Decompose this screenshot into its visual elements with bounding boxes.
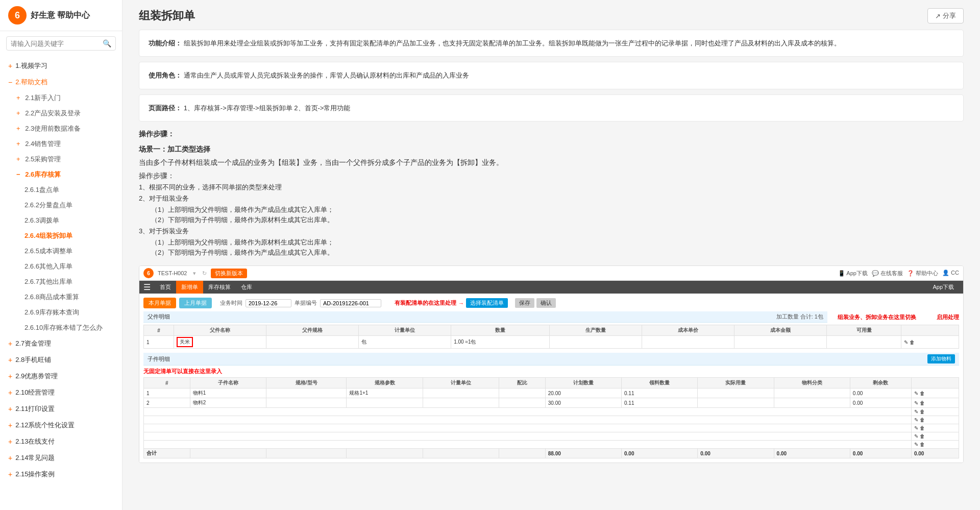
share-button[interactable]: ↗ 分享: [927, 8, 964, 23]
table-row: 1 关米 包 1.00 ≈1包 ✎ 🗑: [144, 336, 959, 349]
plus-icon: +: [8, 405, 12, 413]
th-qty: 数量: [451, 325, 550, 336]
collapse-icon: −: [8, 78, 12, 86]
expand-icon: +: [8, 62, 12, 70]
sim-nav-warehouse[interactable]: 仓库: [236, 281, 257, 294]
intro-label: 功能介绍：: [149, 39, 182, 47]
table-row: 1 物料1 规格1+1 20.00 0.11 0.00: [144, 388, 959, 398]
sidebar-item-video[interactable]: + 1.视频学习: [0, 58, 122, 74]
sim-tab-current[interactable]: 本月单据: [143, 298, 176, 308]
annotation2-block: 组装业务、拆卸业务在这里切换: [838, 313, 916, 321]
search-icon[interactable]: 🔍: [103, 39, 111, 47]
annotation3-block: 启用处理: [937, 313, 959, 321]
sidebar-item-sales[interactable]: + 2.4销售管理: [0, 136, 122, 152]
th-b-specparam: 规格参数: [347, 378, 423, 388]
nav-section: + 1.视频学习 − 2.帮助文档 + 2.1新手入门 + 2.2产品安装及登录…: [0, 56, 122, 484]
content-area: 功能介绍： 组装拆卸单用来处理企业组装或拆卸等加工业务，支持有固定装配清单的产品…: [122, 30, 980, 510]
td-cost-amt: [734, 336, 827, 349]
sim-tab-last[interactable]: 上月单据: [179, 298, 212, 308]
plus-icon: +: [8, 339, 12, 348]
th-parent-spec: 父件规格: [266, 325, 358, 336]
plus-icon: +: [16, 109, 20, 117]
sidebar-item-stocktake[interactable]: 2.6.1盘点单: [0, 182, 122, 198]
sim-top-bar: 6 TEST-H002 ▾ ↻ 切换新版本 📱 App下载 💬 在线客服 ❓ 帮…: [139, 266, 963, 281]
parent-name-box: 关米: [177, 337, 193, 347]
sidebar-item-outother[interactable]: 2.6.7其他出库单: [0, 274, 122, 289]
plus-icon: +: [8, 438, 12, 446]
td-parent-name: 关米: [174, 336, 266, 349]
section-bottom-label: 子件明细: [148, 355, 170, 363]
sidebar-item-inother[interactable]: 2.6.6其他入库单: [0, 259, 122, 274]
plus-icon: +: [16, 140, 20, 148]
sidebar-item-cases[interactable]: + 2.15操作案例: [0, 466, 122, 482]
sim-dropdown-icon: ▾: [193, 270, 196, 277]
sidebar-item-operation[interactable]: + 2.10经营管理: [0, 384, 122, 401]
role-text: 通常由生产人员或库管人员完成拆装业务的操作，库管人员确认原材料的出库和产成品的入…: [184, 71, 469, 79]
td-qty: 1.00 ≈1包: [451, 336, 550, 349]
sidebar-item-newcomer[interactable]: + 2.1新手入门: [0, 90, 122, 106]
quantity-label: 加工数量 合计: 1包: [776, 313, 823, 321]
search-box[interactable]: 🔍: [6, 36, 116, 51]
td-prod-qty: [550, 336, 642, 349]
sim-date-input[interactable]: [246, 299, 291, 307]
sim-nav-home[interactable]: 首页: [155, 281, 176, 294]
sim-table-top: # 父件名称 父件规格 计量单位 数量 生产数量 成本单价 成本金额 可用量: [143, 325, 959, 349]
td-op: ✎ 🗑: [901, 336, 959, 349]
annotation4-text: 无固定清单可以直接在这里录入: [143, 368, 959, 375]
sim-section-bottom: 子件明细 添加物料: [143, 353, 959, 366]
table-row: ✎ 🗑: [144, 408, 959, 416]
plus-icon: +: [16, 94, 20, 102]
th-b-remain: 剩余数: [850, 378, 911, 388]
sim-billno-input[interactable]: [320, 299, 381, 307]
th-parent-name: 父件名称: [174, 325, 266, 336]
annotation1-text: 有装配清单的在这里处理: [395, 299, 456, 307]
sim-menu-icon[interactable]: ☰: [143, 282, 151, 292]
sidebar-item-assembly[interactable]: 2.6.4组装拆卸单: [0, 228, 122, 244]
sidebar-item-coupon[interactable]: + 2.9优惠券管理: [0, 368, 122, 384]
sidebar-item-costreset[interactable]: 2.6.8商品成本重算: [0, 289, 122, 305]
sim-user-icon: 👤 CC: [942, 270, 959, 277]
sidebar-item-stockerror[interactable]: 2.6.10库存账本错了怎么办: [0, 320, 122, 335]
sim-action-btn2[interactable]: 确认: [536, 298, 556, 308]
sidebar-item-finance[interactable]: + 2.7资金管理: [0, 335, 122, 352]
sidebar-item-onlinepay[interactable]: + 2.13在线支付: [0, 433, 122, 450]
sidebar: 6 好生意 帮助中心 🔍 + 1.视频学习 − 2.帮助文档 + 2.1新手入门…: [0, 0, 122, 510]
scene1-block: 场景一：加工类型选择 当由多个子件材料组装成一个成品的业务为【组装】业务，当由一…: [139, 145, 964, 167]
sidebar-item-personalize[interactable]: + 2.12系统个性化设置: [0, 417, 122, 433]
sim-assembly-list-btn[interactable]: 选择装配清单: [466, 298, 508, 308]
sidebar-item-adjust[interactable]: 2.6.3调拨单: [0, 213, 122, 228]
plus-icon: +: [8, 388, 12, 397]
sim-nav-new[interactable]: 新增单: [176, 281, 203, 294]
sim-toolbar: 本月单据 上月单据 业务时间 单据编号 有装配清单的在这里处理 → 选择装配清单: [143, 298, 959, 308]
sim-date-label: 业务时间: [220, 299, 242, 307]
sidebar-item-print[interactable]: + 2.11打印设置: [0, 401, 122, 417]
sidebar-item-stockquery[interactable]: 2.6.9库存账本查询: [0, 305, 122, 320]
sidebar-item-docs[interactable]: − 2.帮助文档: [0, 74, 122, 90]
sim-refresh-icon: ↻: [202, 270, 207, 277]
th-b-name: 子件名称: [190, 378, 266, 388]
sim-action-btn1[interactable]: 保存: [515, 298, 534, 308]
sim-nav-inventory[interactable]: 库存核算: [203, 281, 236, 294]
sidebar-item-faq[interactable]: + 2.14常见问题: [0, 450, 122, 466]
sidebar-item-split[interactable]: 2.6.2分量盘点单: [0, 198, 122, 213]
sidebar-item-cost[interactable]: 2.6.5成本调整单: [0, 244, 122, 259]
plus-icon: +: [16, 125, 20, 132]
sim-table-bottom: # 子件名称 规格/型号 规格参数 计量单位 配比 计划数量 领料数量 实际用量…: [143, 377, 959, 458]
sidebar-item-purchase[interactable]: + 2.5采购管理: [0, 152, 122, 167]
th-b-op: [911, 378, 959, 388]
sidebar-item-data[interactable]: + 2.3使用前数据准备: [0, 121, 122, 136]
sim-logo-icon: 6: [143, 268, 154, 278]
step3-sub1: （1）上部明细为父件明细，最终作为原材料生成其它出库单；: [151, 238, 964, 247]
sidebar-item-inventory[interactable]: − 2.6库存核算: [0, 167, 122, 182]
sidebar-item-install[interactable]: + 2.2产品安装及登录: [0, 106, 122, 121]
search-input[interactable]: [11, 40, 103, 47]
sim-add-material-btn[interactable]: 添加物料: [927, 354, 955, 363]
screenshot-container: 6 TEST-H002 ▾ ↻ 切换新版本 📱 App下载 💬 在线客服 ❓ 帮…: [139, 265, 964, 463]
section-row: 父件明细 加工数量 合计: 1包 组装业务、拆卸业务在这里切换 启用处理: [143, 311, 959, 323]
step2-sub2: （2）下部明细为子件明细，最终作为原材料生成其它出库单。: [151, 215, 964, 225]
page-title: 组装拆卸单: [139, 8, 195, 23]
sim-switch-btn[interactable]: 切换新版本: [211, 269, 247, 278]
sidebar-item-mobile[interactable]: + 2.8手机旺铺: [0, 352, 122, 368]
sim-nav-app[interactable]: App下载: [927, 281, 959, 294]
path-block: 页面路径： 1、库存核算->库存管理->组装拆卸单 2、首页->常用功能: [139, 94, 964, 122]
